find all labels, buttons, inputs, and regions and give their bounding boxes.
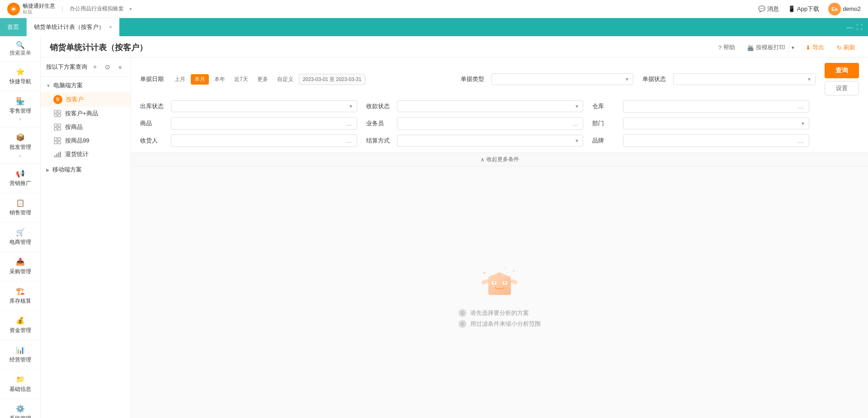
sidebar-item-purchase[interactable]: 📥 采购管理 [0, 252, 40, 281]
refresh-icon: ↻ [837, 44, 842, 51]
date-more[interactable]: 更多 [254, 74, 272, 85]
tab-home[interactable]: 首页 [0, 18, 27, 36]
collapse-label: 收起更多条件 [486, 156, 519, 163]
sidebar-item-marketing[interactable]: 📢 营销推广 [0, 164, 40, 193]
message-icon: 💬 [758, 5, 765, 12]
sidebar-item-operation[interactable]: 📊 经营管理 [0, 340, 40, 370]
scheme-collapse-btn[interactable]: « [115, 62, 125, 72]
filter-warehouse: 仓库 … [592, 100, 809, 113]
filter-settlement: 结算方式 ▾ [366, 135, 583, 147]
svg-rect-13 [54, 155, 56, 157]
scheme-customer-goods-icon [53, 109, 61, 118]
date-label: 单据日期 [140, 75, 167, 83]
main-layout: 🔍 搜索菜单 ⭐ 快捷导航 🏪 零售管理 ▾ 📦 批发管理 ▴ 📢 营销推广 📋… [0, 36, 868, 418]
sidebar-item-retail[interactable]: 🏪 零售管理 ▾ [0, 91, 40, 128]
scheme-item-by-goods99[interactable]: 按商品99 [41, 134, 131, 147]
scheme-add-btn[interactable]: ＋ [90, 62, 100, 72]
department-select[interactable]: ▾ [623, 118, 809, 129]
settlement-arrow: ▾ [576, 138, 578, 144]
query-button[interactable]: 查询 [825, 63, 859, 78]
settlement-select[interactable]: ▾ [397, 135, 583, 147]
sidebar-item-inventory[interactable]: 🏗️ 库存核算 [0, 281, 40, 311]
operation-label: 经营管理 [9, 356, 31, 364]
svg-rect-4 [58, 114, 61, 117]
scheme-mobile-header[interactable]: ▶ 移动端方案 [41, 163, 131, 176]
salesperson-select[interactable]: … [397, 117, 583, 130]
recipient-label: 收货人 [140, 137, 167, 145]
out-status-label: 出库状态 [140, 102, 167, 110]
receipt-status-select[interactable]: ▾ [397, 100, 583, 112]
sidebar-quick-nav[interactable]: ⭐ 快捷导航 [0, 62, 40, 91]
minimize-icon[interactable]: — [846, 24, 853, 31]
sidebar-item-ecommerce[interactable]: 🛒 电商管理 [0, 223, 40, 252]
filter-order-type: 单据类型 ▾ [461, 73, 634, 85]
app-download-button[interactable]: 📱 App下载 [788, 5, 819, 13]
scheme-edit-btn[interactable]: ⊙ [103, 62, 113, 72]
message-button[interactable]: 💬 消息 [758, 5, 779, 13]
filter-department: 部门 ▾ [592, 118, 809, 129]
filter-result-area: 单据日期 上月 本月 本年 近7天 更多 自定义 20 [131, 57, 868, 418]
scheme-item-by-goods[interactable]: 按商品 [41, 120, 131, 134]
basic-label: 基础信息 [9, 385, 31, 393]
sidebar-item-finance[interactable]: 💰 资金管理 [0, 311, 40, 340]
inner-layout: 按以下方案查询 ＋ ⊙ « ▼ 电脑端方案 客 按客户 [41, 57, 868, 418]
scheme-item-returns[interactable]: 退货统计 [41, 147, 131, 161]
recipient-select[interactable]: … [171, 134, 357, 147]
brand-dots: … [798, 137, 804, 144]
ecommerce-label: 电商管理 [9, 238, 31, 246]
mobile-expand-icon: ▶ [46, 167, 50, 172]
message-label: 消息 [767, 5, 779, 13]
order-status-arrow: ▾ [808, 76, 811, 82]
goods-select[interactable]: … [171, 117, 357, 130]
help-button[interactable]: ? 帮助 [715, 42, 739, 53]
scheme-customer-goods-label: 按客户+商品 [65, 109, 98, 118]
refresh-button[interactable]: ↻ 刷新 [833, 42, 859, 53]
inventory-label: 库存核算 [9, 297, 31, 305]
date-this-month[interactable]: 本月 [191, 74, 209, 85]
date-control: 上月 本月 本年 近7天 更多 自定义 2023-03-01 至 2023-03… [171, 74, 452, 85]
date-last-month[interactable]: 上月 [171, 74, 189, 85]
date-7days[interactable]: 近7天 [231, 74, 252, 85]
sidebar-item-wholesale[interactable]: 📦 批发管理 ▴ [0, 128, 40, 164]
date-range-display[interactable]: 2023-03-01 至 2023-03-31 [299, 74, 366, 85]
setting-button[interactable]: 设置 [825, 81, 859, 95]
sidebar-item-sales[interactable]: 📋 销售管理 [0, 193, 40, 223]
retail-arrow: ▾ [19, 117, 21, 122]
tab-active[interactable]: 销货单统计计表（按客户） × [27, 18, 119, 36]
export-icon: ⬇ [806, 44, 811, 51]
warehouse-label: 仓库 [592, 102, 619, 110]
collapse-bar[interactable]: ∧ 收起更多条件 [131, 153, 868, 166]
scheme-item-by-customer[interactable]: 客 按客户 [41, 92, 131, 107]
svg-rect-11 [54, 141, 57, 144]
sidebar-item-system[interactable]: ⚙️ 系统管理 [0, 399, 40, 418]
svg-rect-12 [58, 141, 61, 144]
user-menu[interactable]: Ea demo2 [828, 3, 861, 15]
tab-close-icon[interactable]: × [109, 24, 112, 30]
print-dropdown-arrow[interactable]: ▾ [789, 43, 797, 52]
department-arrow: ▾ [802, 120, 804, 127]
wholesale-label: 批发管理 [9, 143, 31, 151]
goods-dots: … [346, 120, 352, 127]
scheme-header-icons: ＋ ⊙ « [90, 62, 125, 72]
svg-text:✦: ✦ [504, 267, 506, 270]
help-label: 帮助 [723, 43, 735, 52]
scheme-desktop-header[interactable]: ▼ 电脑端方案 [41, 79, 131, 92]
warehouse-select[interactable]: … [623, 100, 809, 113]
scheme-item-customer-goods[interactable]: 按客户+商品 [41, 107, 131, 120]
salesperson-dots: … [572, 120, 578, 127]
brand-select[interactable]: … [623, 134, 809, 147]
export-button[interactable]: ⬇ 导出 [802, 42, 828, 53]
maximize-icon[interactable]: ⛶ [856, 24, 863, 31]
tip-num-1: ① [458, 309, 467, 317]
print-button[interactable]: 🖨️ 按模板打印 [744, 42, 788, 53]
date-custom[interactable]: 自定义 [274, 74, 297, 85]
settlement-label: 结算方式 [366, 137, 393, 145]
order-type-select[interactable]: ▾ [491, 73, 634, 85]
scheme-goods-icon [53, 123, 61, 131]
sidebar-item-basic[interactable]: 📁 基础信息 [0, 370, 40, 399]
order-status-select[interactable]: ▾ [673, 73, 816, 85]
out-status-select[interactable]: ▾ [171, 100, 357, 112]
svg-rect-8 [58, 128, 61, 130]
search-menu[interactable]: 🔍 搜索菜单 [0, 36, 40, 62]
date-this-year[interactable]: 本年 [211, 74, 229, 85]
